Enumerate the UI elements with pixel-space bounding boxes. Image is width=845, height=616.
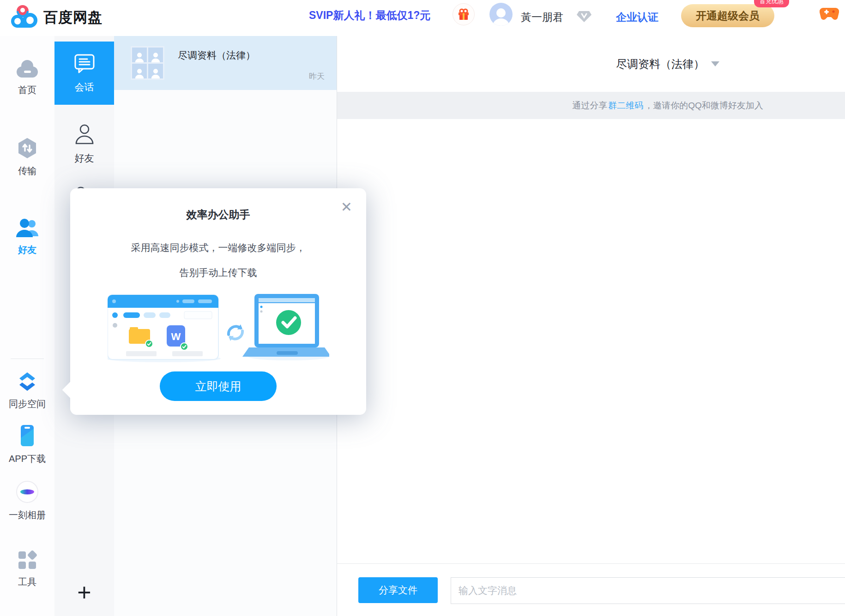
chat-header: 尽调资料（法律）: [337, 36, 845, 92]
message-input-area: 分享文件: [337, 563, 845, 616]
sidebar-item-label: 传输: [18, 165, 36, 177]
chat-title: 尽调资料（法律）: [616, 57, 705, 72]
group-member-avatar-icon: [148, 48, 163, 62]
cloud-home-icon: [15, 58, 39, 80]
svg-text:W: W: [171, 331, 181, 342]
sidebar-item-sync-space[interactable]: 同步空间: [9, 371, 46, 410]
group-qrcode-link[interactable]: 群二维码: [608, 100, 643, 112]
group-avatar: [131, 46, 164, 80]
person-outline-icon: [74, 123, 95, 147]
laptop-graphic: [242, 294, 329, 357]
open-svip-button[interactable]: 开通超级会员: [681, 4, 774, 27]
first-charge-badge: 首充优惠: [754, 0, 789, 7]
use-now-button[interactable]: 立即使用: [160, 371, 277, 401]
popup-title: 效率办公助手: [70, 208, 366, 222]
chat-bubble-icon: [73, 53, 96, 76]
sync-arrows-icon: [228, 324, 242, 341]
tools-icon: [17, 550, 37, 572]
conversation-item-selected[interactable]: 尽调资料（法律） 昨天: [114, 36, 337, 90]
tab-label: 好友: [75, 152, 94, 165]
gift-icon[interactable]: [453, 3, 475, 25]
sidebar-item-transfer[interactable]: 传输: [16, 137, 38, 177]
sidebar-item-photos[interactable]: 一刻相册: [9, 480, 46, 521]
chat-area: 尽调资料（法律） 通过分享 群二维码 ，邀请你的QQ和微博好友加入 分享文件: [337, 36, 845, 616]
conversation-title: 尽调资料（法律）: [178, 49, 255, 62]
friends-icon: [15, 218, 39, 240]
game-center-icon[interactable]: [819, 4, 839, 24]
user-avatar[interactable]: [489, 3, 513, 26]
share-file-button[interactable]: 分享文件: [358, 577, 438, 603]
message-input[interactable]: [451, 577, 845, 604]
tab-friends[interactable]: 好友: [54, 123, 114, 165]
baidu-netdisk-window: 百度网盘 SVIP新人礼！最低仅1?元 黃一朋君: [0, 0, 845, 616]
notice-text: ，邀请你的QQ和微博好友加入: [644, 100, 763, 112]
sidebar-item-label: 首页: [18, 84, 36, 96]
sidebar-item-app-download[interactable]: APP下载: [9, 424, 46, 465]
popup-description-line1: 采用高速同步模式，一端修改多端同步，: [70, 241, 366, 254]
group-member-avatar-icon: [132, 64, 147, 78]
logo-text: 百度网盘: [43, 8, 103, 27]
sidebar-item-label: 工具: [18, 576, 36, 588]
chevron-down-icon[interactable]: [711, 61, 719, 66]
add-conversation-button[interactable]: +: [54, 582, 114, 603]
netdisk-logo-icon: [10, 4, 38, 31]
photos-icon: [16, 480, 39, 505]
tab-conversations[interactable]: 会话: [54, 42, 114, 105]
transfer-icon: [16, 137, 38, 161]
sidebar-item-home[interactable]: 首页: [15, 58, 39, 96]
group-member-avatar-icon: [148, 64, 163, 78]
close-icon[interactable]: ✕: [341, 200, 352, 214]
app-download-icon: [18, 424, 36, 449]
sidebar-item-label: 同步空间: [9, 398, 46, 410]
notice-text: 通过分享: [572, 100, 607, 112]
sync-illustration: W: [70, 292, 366, 362]
main-sidebar: 首页 传输: [0, 36, 54, 616]
sidebar-item-label: 一刻相册: [9, 509, 46, 521]
sidebar-divider: [11, 359, 44, 359]
popup-description-line2: 告别手动上传下载: [70, 266, 366, 279]
sidebar-item-label: 好友: [18, 244, 36, 256]
svip-level-badge-icon[interactable]: [576, 9, 592, 24]
office-assistant-popup: ✕ 效率办公助手 采用高速同步模式，一端修改多端同步， 告别手动上传下载: [70, 188, 366, 415]
group-invite-notice: 通过分享 群二维码 ，邀请你的QQ和微博好友加入: [337, 92, 845, 119]
tab-label: 会话: [75, 81, 94, 94]
top-bar: 百度网盘 SVIP新人礼！最低仅1?元 黃一朋君: [0, 0, 845, 36]
group-member-avatar-icon: [132, 48, 147, 62]
username[interactable]: 黃一朋君: [521, 10, 563, 24]
sidebar-item-label: APP下载: [9, 453, 46, 465]
message-history: [337, 119, 845, 563]
enterprise-verify-link[interactable]: 企业认证: [616, 10, 658, 24]
app-window-graphic: W: [108, 295, 218, 359]
sidebar-item-tools[interactable]: 工具: [17, 550, 37, 588]
sync-space-icon: [17, 371, 38, 394]
sidebar-item-friends[interactable]: 好友: [15, 218, 39, 256]
app-logo: 百度网盘: [10, 4, 103, 31]
conversation-timestamp: 昨天: [309, 71, 325, 82]
svip-promo-link[interactable]: SVIP新人礼！最低仅1?元: [309, 8, 430, 23]
